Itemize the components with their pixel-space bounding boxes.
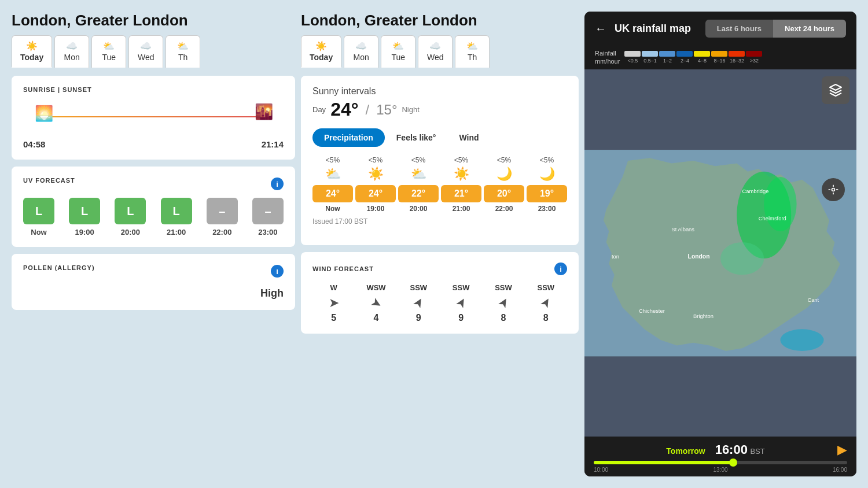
left-tab-today[interactable]: ☀️ Today — [12, 35, 52, 68]
tab-feels-like[interactable]: Feels like° — [385, 128, 448, 147]
temp-night: 15° — [376, 102, 397, 118]
map-timeline: Tomorrow 16:00 BST ▶ 10:00 13:00 16:00 — [584, 437, 856, 476]
wind-dir-ssw2: SSW — [440, 283, 482, 292]
timeline-center: Tomorrow 16:00 BST — [666, 442, 764, 457]
left-tab-th[interactable]: ⛅ Th — [165, 35, 200, 68]
hourly-22: <5% 🌙 20° 22:00 — [484, 156, 524, 213]
middle-tab-today[interactable]: ☀️ Today — [301, 35, 341, 68]
pollen-info-icon[interactable]: i — [271, 265, 284, 278]
wind-item-w: W ➤ 5 — [312, 283, 355, 323]
left-tab-tue[interactable]: ⛅ Tue — [91, 35, 126, 68]
legend-val-6: 16–32 — [730, 58, 744, 64]
middle-tab-mon[interactable]: ☁️ Mon — [344, 35, 378, 68]
tue-icon: ⛅ — [100, 40, 117, 51]
rainfall-legend: Rainfallmm/hour <0.5 0.5–1 1–2 2–4 4–8 — [584, 46, 856, 69]
svg-text:Chelmsford: Chelmsford — [759, 215, 786, 221]
svg-text:Cant: Cant — [807, 297, 819, 303]
time-22: 22:00 — [484, 205, 524, 213]
middle-tab-th[interactable]: ⛅ Th — [455, 35, 490, 68]
svg-text:London: London — [688, 253, 710, 260]
tick-16: 16:00 — [833, 467, 847, 473]
icon-22: 🌙 — [484, 167, 524, 182]
left-tab-mon[interactable]: ☁️ Mon — [54, 35, 89, 68]
legend-title: Rainfallmm/hour — [595, 49, 620, 66]
timeline-time: 16:00 — [715, 442, 748, 457]
legend-item-2: 1–2 — [659, 51, 675, 64]
wind-arrow-wsw: ➤ — [368, 294, 385, 312]
legend-scale: <0.5 0.5–1 1–2 2–4 4–8 8–16 — [624, 51, 762, 64]
uv-item-now: L Now — [23, 198, 54, 236]
mon-icon: ☁️ — [63, 40, 80, 51]
timeline-day-label: Tomorrow — [666, 446, 705, 456]
uv-badge-now: L — [23, 198, 54, 224]
hourly-forecast-row: <5% ⛅ 24° Now <5% ☀️ 24° 19:00 <5% ⛅ 22°… — [312, 156, 567, 213]
sunrise-time: 04:58 — [23, 139, 45, 149]
uv-badge-21: L — [161, 198, 192, 224]
uv-info-icon[interactable]: i — [271, 178, 284, 190]
uv-badge-23: – — [252, 198, 284, 224]
weather-summary: Sunny intervals — [312, 86, 567, 97]
wind-info-icon[interactable]: i — [554, 263, 567, 275]
legend-color-2 — [659, 51, 675, 57]
tab-precipitation[interactable]: Precipitation — [312, 128, 385, 147]
timeline-time-row: Tomorrow 16:00 BST ▶ — [594, 442, 847, 457]
pollen-title: POLLEN (ALLERGY) — [23, 264, 95, 271]
temp-day: 24° — [330, 99, 358, 120]
temp-19: 24° — [355, 185, 396, 202]
svg-point-14 — [832, 188, 835, 191]
left-location-title: London, Greater London — [12, 12, 295, 29]
map-time-tabs: Last 6 hours Next 24 hours — [705, 20, 846, 38]
svg-text:Cambridge: Cambridge — [742, 188, 769, 194]
time-23: 23:00 — [527, 205, 567, 213]
wind-dir-wsw: WSW — [355, 283, 397, 292]
map-header: ← UK rainfall map Last 6 hours Next 24 h… — [584, 12, 856, 46]
wind-item-wsw: WSW ➤ 4 — [355, 283, 397, 323]
uv-time-19: 19:00 — [75, 228, 94, 236]
icon-21: ☀️ — [441, 167, 481, 182]
uv-item-21: L 21:00 — [161, 198, 192, 236]
uv-badge-22: – — [207, 198, 238, 224]
middle-tab-wed[interactable]: ☁️ Wed — [418, 35, 453, 68]
legend-color-6 — [729, 51, 745, 57]
uv-item-22: – 22:00 — [207, 198, 238, 236]
legend-val-2: 1–2 — [663, 58, 672, 64]
uv-time-20: 20:00 — [121, 228, 140, 236]
back-button[interactable]: ← — [595, 22, 606, 35]
wind-dir-ssw4: SSW — [525, 283, 567, 292]
left-tab-wed[interactable]: ☁️ Wed — [128, 35, 163, 68]
uv-forecast-card: UV FORECAST i L Now L 19:00 L 20:00 L 21… — [12, 167, 295, 247]
wind-speed-ssw4: 8 — [525, 313, 567, 323]
next-24-hours-tab[interactable]: Next 24 hours — [773, 20, 846, 38]
middle-tab-tue[interactable]: ⛅ Tue — [381, 35, 415, 68]
play-button[interactable]: ▶ — [837, 442, 847, 457]
wind-arrow-ssw2: ➤ — [452, 295, 470, 312]
wind-item-ssw3: SSW ➤ 8 — [482, 283, 524, 323]
hourly-now: <5% ⛅ 24° Now — [312, 156, 353, 213]
uv-badge-20: L — [115, 198, 146, 224]
wind-item-ssw4: SSW ➤ 8 — [525, 283, 567, 323]
temp-row: Day 24° / 15° Night — [312, 99, 567, 120]
wind-dir-w: W — [312, 283, 355, 292]
last-6-hours-tab[interactable]: Last 6 hours — [705, 20, 773, 38]
day-label: Day — [312, 105, 326, 114]
time-now: Now — [312, 205, 353, 213]
hourly-23: <5% 🌙 19° 23:00 — [527, 156, 567, 213]
layers-button[interactable] — [822, 76, 849, 104]
wind-dir-ssw1: SSW — [398, 283, 440, 292]
location-button[interactable] — [822, 178, 845, 201]
tab-wind[interactable]: Wind — [447, 128, 490, 147]
night-label: Night — [402, 105, 419, 114]
svg-text:Brighton: Brighton — [693, 313, 713, 319]
temp-now: 24° — [312, 185, 353, 202]
issued-text: Issued 17:00 BST — [312, 217, 567, 225]
sunset-time: 21:14 — [262, 139, 284, 149]
timeline-progress-bar[interactable] — [594, 461, 847, 464]
precip-20: <5% — [398, 156, 439, 164]
wind-speed-ssw3: 8 — [482, 313, 524, 323]
legend-color-1 — [642, 51, 658, 57]
map-area[interactable]: London Cambridge Chelmsford St Albans to… — [584, 69, 856, 437]
hourly-21: <5% ☀️ 21° 21:00 — [441, 156, 481, 213]
left-panel: London, Greater London ☀️ Today ☁️ Mon ⛅… — [12, 12, 295, 476]
precip-19: <5% — [355, 156, 396, 164]
precip-21: <5% — [441, 156, 481, 164]
